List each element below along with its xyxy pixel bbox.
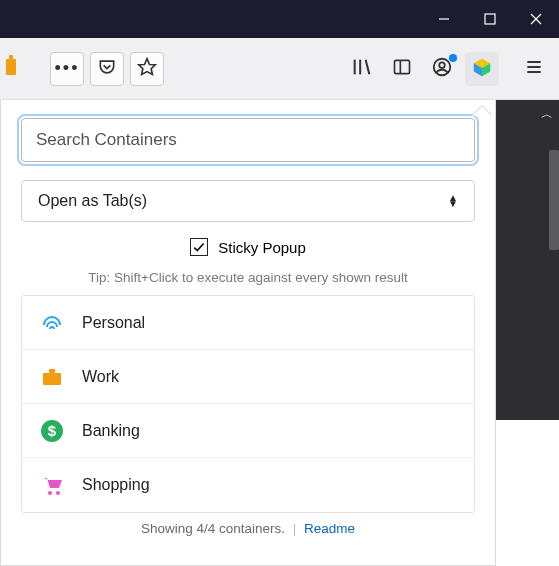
open-mode-label: Open as Tab(s): [38, 192, 147, 210]
search-input[interactable]: [21, 118, 475, 162]
container-item-banking[interactable]: $ Banking: [22, 404, 474, 458]
tip-text: Tip: Shift+Click to execute against ever…: [21, 270, 475, 285]
sticky-popup-checkbox[interactable]: [190, 238, 208, 256]
svg-rect-20: [43, 373, 61, 385]
browser-toolbar: •••: [0, 38, 559, 100]
select-chevrons-icon: ▲▼: [448, 195, 458, 207]
svg-rect-10: [395, 60, 410, 73]
dollar-icon: $: [40, 419, 64, 443]
svg-rect-5: [9, 55, 13, 61]
container-indicator-icon: [6, 55, 24, 83]
svg-point-13: [439, 62, 445, 67]
svg-rect-21: [49, 369, 55, 373]
container-label: Banking: [82, 422, 140, 440]
window-titlebar: [0, 0, 559, 38]
briefcase-icon: [40, 365, 64, 389]
star-icon: [137, 57, 157, 81]
container-label: Shopping: [82, 476, 150, 494]
container-label: Work: [82, 368, 119, 386]
maximize-button[interactable]: [467, 0, 513, 38]
sidebar-button[interactable]: [385, 52, 419, 86]
footer-status: Showing 4/4 containers.: [141, 521, 285, 536]
sidebar-icon: [392, 57, 412, 81]
svg-point-24: [48, 491, 52, 495]
svg-text:$: $: [48, 422, 57, 439]
popup-arrow-icon: [472, 106, 492, 116]
separator: |: [293, 521, 297, 536]
bookmark-button[interactable]: [130, 52, 164, 86]
notification-dot-icon: [449, 54, 457, 62]
library-icon: [351, 56, 373, 82]
pocket-button[interactable]: [90, 52, 124, 86]
pocket-icon: [97, 57, 117, 81]
library-button[interactable]: [345, 52, 379, 86]
sticky-popup-label: Sticky Popup: [218, 239, 306, 256]
container-item-shopping[interactable]: Shopping: [22, 458, 474, 512]
container-label: Personal: [82, 314, 145, 332]
fingerprint-icon: [40, 311, 64, 335]
scrollbar-thumb[interactable]: [549, 150, 559, 250]
hamburger-icon: [524, 57, 544, 81]
cart-icon: [40, 473, 64, 497]
container-item-work[interactable]: Work: [22, 350, 474, 404]
svg-point-25: [56, 491, 60, 495]
svg-marker-6: [139, 58, 156, 74]
containers-extension-button[interactable]: [465, 52, 499, 86]
more-actions-button[interactable]: •••: [50, 52, 84, 86]
page-dark-panel: ︿: [496, 100, 559, 420]
svg-rect-4: [6, 59, 16, 75]
container-list: Personal Work $ Banking Shopping: [21, 295, 475, 513]
svg-line-9: [366, 59, 370, 74]
chevron-up-icon[interactable]: ︿: [541, 106, 553, 123]
account-button[interactable]: [425, 52, 459, 86]
cube-icon: [471, 56, 493, 82]
ellipsis-icon: •••: [55, 58, 80, 79]
containers-popup: Open as Tab(s) ▲▼ Sticky Popup Tip: Shif…: [0, 100, 496, 566]
close-button[interactable]: [513, 0, 559, 38]
container-item-personal[interactable]: Personal: [22, 296, 474, 350]
page-sidebar-area: ︿: [496, 100, 559, 566]
minimize-button[interactable]: [421, 0, 467, 38]
svg-rect-1: [485, 14, 495, 24]
readme-link[interactable]: Readme: [304, 521, 355, 536]
app-menu-button[interactable]: [517, 52, 551, 86]
open-mode-select[interactable]: Open as Tab(s) ▲▼: [21, 180, 475, 222]
popup-footer: Showing 4/4 containers. | Readme: [21, 521, 475, 542]
